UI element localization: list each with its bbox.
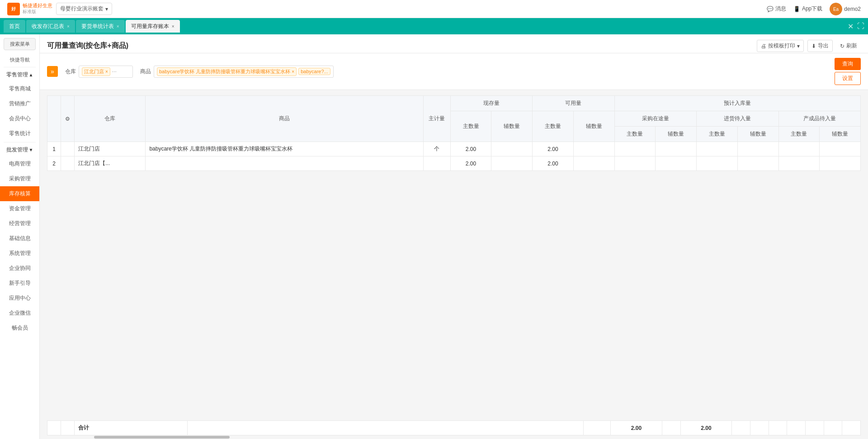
- product-filter-input[interactable]: babycare学饮杯 儿童防摔防撞吸管杯重力球吸嘴杯宝宝水杯 × babyca…: [154, 66, 334, 78]
- tab-fullscreen-icon[interactable]: ⛶: [857, 22, 864, 30]
- row-2-production-main: [778, 156, 820, 171]
- warehouse-filter-label: 仓库: [65, 68, 76, 76]
- sidebar-item-inventory[interactable]: 库存核算: [0, 186, 39, 201]
- username-label: demo2: [844, 6, 861, 12]
- row-1-avail-main: 2.00: [533, 142, 574, 156]
- product-tag-2: babycare?...: [298, 68, 330, 75]
- sidebar-item-finance[interactable]: 资金管理: [0, 201, 39, 216]
- tab-order-close[interactable]: ×: [117, 24, 119, 29]
- export-icon: ⬇: [811, 43, 816, 49]
- row-1-warehouse: 江北门店: [75, 142, 146, 156]
- filter-expand-btn[interactable]: »: [47, 66, 58, 77]
- sidebar-enterprise-label: 企业协同: [9, 264, 31, 272]
- sidebar-item-newbie[interactable]: 新手引导: [0, 276, 39, 291]
- sidebar-item-enterprise[interactable]: 企业协同: [0, 261, 39, 276]
- message-btn[interactable]: 💬 消息: [767, 5, 786, 13]
- row-1-unit: 个: [423, 142, 450, 156]
- sidebar-item-ecommerce[interactable]: 电商管理: [0, 156, 39, 171]
- th-transit-aux: 辅数量: [656, 127, 697, 142]
- row-2-transit-aux: [656, 156, 697, 171]
- horizontal-scrollbar[interactable]: [40, 435, 868, 439]
- footer-table: 合计 2.00 2.00: [47, 420, 861, 435]
- tab-receipt-label: 收发存汇总表: [32, 23, 64, 30]
- tab-close-all-icon[interactable]: ✕: [848, 22, 854, 31]
- sidebar-member2-label: 畅会员: [12, 324, 28, 332]
- refresh-btn[interactable]: ↻ 刷新: [836, 40, 861, 52]
- sidebar-item-retail-mgmt[interactable]: 零售管理 ▲: [0, 68, 39, 81]
- sidebar-item-wholesale-mgmt[interactable]: 批发管理 ▼: [0, 143, 39, 156]
- printer-icon: 🖨: [761, 43, 766, 49]
- sidebar-item-member[interactable]: 会员中心: [0, 111, 39, 126]
- th-expected-in: 预计入库量: [614, 96, 860, 111]
- sidebar-item-basic-info[interactable]: 基础信息: [0, 231, 39, 246]
- row-1-index: 1: [47, 142, 61, 156]
- th-current-stock: 现存量: [450, 96, 532, 111]
- industry-selector-label: 母婴行业演示账套: [60, 5, 104, 13]
- warehouse-filter-more[interactable]: ···: [112, 68, 117, 75]
- row-1-transit-aux: [656, 142, 697, 156]
- filter-area: » 仓库 江北门店 × ··· 商品 babycare学饮杯 儿童防摔防撞吸管杯…: [40, 53, 868, 90]
- table-row: 2 江北门店【... 2.00 2.00: [47, 156, 861, 171]
- table-row: 1 江北门店 babycare学饮杯 儿童防摔防撞吸管杯重力球吸嘴杯宝宝水杯 个…: [47, 142, 861, 156]
- industry-selector[interactable]: 母婴行业演示账套 ▾: [56, 3, 112, 15]
- sidebar-item-operations[interactable]: 经营管理: [0, 216, 39, 231]
- export-btn[interactable]: ⬇ 导出: [807, 40, 833, 52]
- user-avatar-btn[interactable]: Ea demo2: [830, 3, 861, 15]
- search-menu-btn[interactable]: 搜索菜单: [4, 38, 36, 50]
- tab-order[interactable]: 要货单统计表 ×: [76, 20, 125, 33]
- warehouse-tag-close[interactable]: ×: [105, 69, 108, 74]
- footer-transit-aux: [769, 421, 787, 435]
- query-btn[interactable]: 查询: [835, 58, 861, 70]
- tab-home[interactable]: 首页: [4, 20, 25, 33]
- sidebar-item-purchase[interactable]: 采购管理: [0, 171, 39, 186]
- sidebar-item-app-center[interactable]: 应用中心: [0, 291, 39, 306]
- app-download-btn[interactable]: 📱 App下载: [793, 5, 822, 13]
- warehouse-filter-input[interactable]: 江北门店 × ···: [79, 66, 133, 78]
- sidebar-item-wechat[interactable]: 企业微信: [0, 306, 39, 321]
- th-settings[interactable]: ⚙: [61, 96, 75, 142]
- footer-current-main: 2.00: [611, 421, 662, 435]
- th-production-arriving: 产成品待入量: [778, 111, 860, 127]
- th-avail-main: 主数量: [533, 111, 574, 142]
- sidebar-item-member2[interactable]: 畅会员: [0, 321, 39, 335]
- sidebar-item-marketing[interactable]: 营销推广: [0, 96, 39, 111]
- tab-stock[interactable]: 可用量库存账本 ×: [126, 20, 180, 33]
- row-2-production-aux: [820, 156, 861, 171]
- scrollbar-thumb[interactable]: [94, 436, 230, 439]
- sidebar-item-retail-mall[interactable]: 零售商城: [0, 81, 39, 96]
- tab-receipt-close[interactable]: ×: [67, 24, 70, 29]
- sidebar-basic-info-label: 基础信息: [9, 235, 31, 242]
- quick-nav-btn[interactable]: 快捷导航: [0, 54, 39, 66]
- th-index: [47, 96, 61, 142]
- content-area: 可用量查询(按仓库+商品) 🖨 按模板打印 ▾ ⬇ 导出 ↻ 刷新 »: [40, 34, 868, 439]
- settings-btn[interactable]: 设置: [835, 72, 861, 85]
- sidebar-wholesale-label: 批发管理: [6, 146, 28, 154]
- logo-text-group: 畅捷通好生意 标准版: [23, 3, 52, 15]
- top-bar-right: 💬 消息 📱 App下载 Ea demo2: [767, 3, 861, 15]
- th-production-main: 主数量: [778, 127, 820, 142]
- footer-label: 合计: [75, 421, 188, 435]
- tab-order-label: 要货单统计表: [81, 23, 114, 30]
- refresh-label: 刷新: [846, 42, 857, 50]
- sidebar-search-area: 搜索菜单: [0, 34, 39, 54]
- tab-receipt[interactable]: 收发存汇总表 ×: [26, 20, 75, 33]
- footer-production-main: [824, 421, 842, 435]
- sidebar-item-system[interactable]: 系统管理: [0, 246, 39, 261]
- tab-stock-close[interactable]: ×: [172, 24, 175, 29]
- sidebar-operations-label: 经营管理: [9, 220, 31, 227]
- row-2-avail-main: 2.00: [533, 156, 574, 171]
- product-tag-1-label: babycare学饮杯 儿童防摔防撞吸管杯重力球吸嘴杯宝宝水杯: [159, 68, 290, 75]
- row-2-transit-main: [614, 156, 656, 171]
- data-table: ⚙ 仓库 商品 主计量 现存量 可用量 预计入库量 主数量 辅数量 主数量 辅数…: [47, 95, 861, 171]
- row-2-unit: [423, 156, 450, 171]
- tab-bar-right: ✕ ⛶: [848, 22, 864, 31]
- chevron-up-icon: ▲: [29, 72, 33, 77]
- sidebar-item-retail-stats[interactable]: 零售统计: [0, 126, 39, 141]
- th-current-main: 主数量: [450, 111, 491, 142]
- row-1-avail-aux: [573, 142, 614, 156]
- footer-arriving-main: [787, 421, 806, 435]
- template-print-btn[interactable]: 🖨 按模板打印 ▾: [757, 40, 804, 52]
- th-current-aux: 辅数量: [491, 111, 533, 142]
- product-tag-1-close[interactable]: ×: [292, 69, 294, 74]
- page-title: 可用量查询(按仓库+商品): [47, 41, 128, 51]
